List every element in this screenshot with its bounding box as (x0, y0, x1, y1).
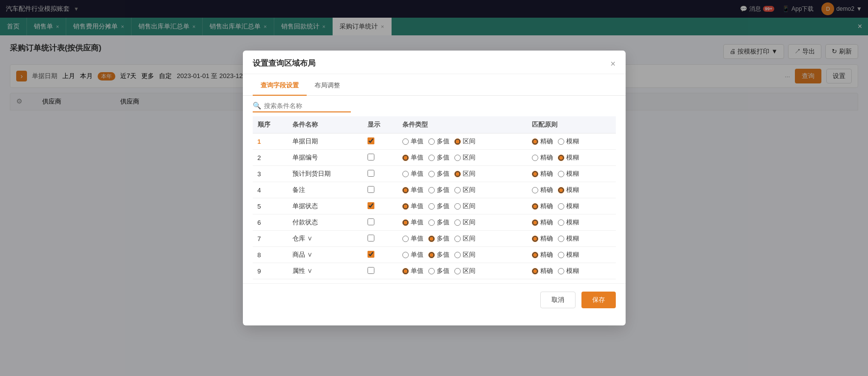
radio-exact[interactable] (532, 171, 538, 177)
display-checkbox[interactable] (368, 218, 374, 225)
radio-fuzzy[interactable] (558, 268, 564, 274)
modal: 设置查询区域布局 × 查询字段设置 布局调整 🔍 顺序 条件名称 显示 (243, 51, 626, 325)
radio-multi[interactable] (428, 236, 435, 242)
radio-multi[interactable] (428, 155, 435, 161)
cell-display (363, 134, 398, 150)
modal-close-button[interactable]: × (610, 59, 616, 68)
search-input[interactable] (264, 102, 342, 109)
radio-multi-label: 多值 (437, 218, 449, 227)
search-input-wrap: 🔍 (253, 102, 351, 112)
radio-single[interactable] (402, 268, 409, 274)
radio-range[interactable] (454, 155, 461, 161)
radio-fuzzy[interactable] (558, 219, 564, 226)
table-row: 2单据编号 单值 多值 区间 精确 (253, 150, 616, 166)
radio-range[interactable] (454, 252, 461, 258)
radio-multi[interactable] (428, 268, 435, 274)
cell-type: 单值 多值 区间 (397, 198, 526, 215)
display-checkbox[interactable] (368, 154, 374, 161)
radio-multi-label: 多值 (437, 234, 449, 243)
radio-single[interactable] (402, 138, 409, 145)
radio-single[interactable] (402, 219, 409, 226)
radio-exact[interactable] (532, 219, 538, 226)
radio-exact[interactable] (532, 252, 538, 258)
radio-single-label: 单值 (411, 186, 423, 194)
radio-fuzzy[interactable] (558, 236, 564, 242)
radio-range[interactable] (454, 138, 461, 145)
radio-single[interactable] (402, 236, 409, 242)
modal-table-wrap: 顺序 条件名称 显示 条件类型 匹配原则 1单据日期 单值 (243, 116, 626, 283)
modal-header: 设置查询区域布局 × (243, 51, 626, 74)
cell-name: 仓库 ∨ (288, 231, 363, 247)
radio-multi[interactable] (428, 203, 435, 210)
display-checkbox[interactable] (368, 267, 374, 274)
cell-seq: 1 (253, 134, 288, 150)
table-row: 6付款状态 单值 多值 区间 精确 (253, 215, 616, 231)
cell-type: 单值 多值 区间 (397, 247, 526, 263)
radio-multi-label: 多值 (437, 267, 449, 275)
radio-single[interactable] (402, 187, 409, 193)
radio-multi[interactable] (428, 252, 435, 258)
modal-tabs: 查询字段设置 布局调整 (243, 76, 626, 96)
radio-fuzzy[interactable] (558, 171, 564, 177)
radio-single[interactable] (402, 155, 409, 161)
radio-single[interactable] (402, 252, 409, 258)
radio-exact[interactable] (532, 203, 538, 210)
radio-fuzzy[interactable] (558, 155, 564, 161)
cell-type: 单值 多值 区间 (397, 263, 526, 279)
radio-single[interactable] (402, 171, 409, 177)
display-checkbox[interactable] (368, 170, 374, 177)
radio-range-label: 区间 (463, 137, 475, 146)
save-button[interactable]: 保存 (581, 292, 616, 308)
display-checkbox[interactable] (368, 251, 374, 258)
modal-overlay: 设置查询区域布局 × 查询字段设置 布局调整 🔍 顺序 条件名称 显示 (0, 0, 868, 376)
modal-tab-query-fields[interactable]: 查询字段设置 (253, 76, 307, 96)
cell-display (363, 150, 398, 166)
radio-range[interactable] (454, 203, 461, 210)
radio-exact[interactable] (532, 155, 538, 161)
radio-fuzzy-label: 模糊 (566, 169, 579, 178)
display-checkbox[interactable] (368, 186, 374, 193)
radio-fuzzy[interactable] (558, 187, 564, 193)
cell-type: 单值 多值 区间 (397, 215, 526, 231)
radio-range[interactable] (454, 219, 461, 226)
radio-range[interactable] (454, 171, 461, 177)
cancel-button[interactable]: 取消 (540, 292, 576, 308)
cell-match: 精确 模糊 (527, 134, 616, 150)
cell-type: 单值 多值 区间 (397, 134, 526, 150)
radio-multi[interactable] (428, 187, 435, 193)
col-header-match: 匹配原则 (527, 116, 616, 134)
radio-fuzzy-label: 模糊 (566, 186, 579, 194)
cell-match: 精确 模糊 (527, 279, 616, 284)
radio-exact[interactable] (532, 268, 538, 274)
radio-single[interactable] (402, 203, 409, 210)
cell-name: 属性 ∨ (288, 263, 363, 279)
radio-range[interactable] (454, 268, 461, 274)
table-row: 4备注 单值 多值 区间 精确 (253, 182, 616, 198)
display-checkbox[interactable] (368, 235, 374, 242)
radio-fuzzy[interactable] (558, 138, 564, 145)
radio-exact[interactable] (532, 187, 538, 193)
radio-fuzzy-label: 模糊 (566, 137, 579, 146)
radio-exact[interactable] (532, 236, 538, 242)
cell-match: 精确 模糊 (527, 198, 616, 215)
table-row: 8商品 ∨ 单值 多值 区间 精确 (253, 247, 616, 263)
table-row: 1单据日期 单值 多值 区间 精确 (253, 134, 616, 150)
radio-multi[interactable] (428, 171, 435, 177)
radio-fuzzy-label: 模糊 (566, 250, 579, 259)
cell-match: 精确 模糊 (527, 182, 616, 198)
modal-footer: 取消 保存 (243, 283, 626, 316)
radio-fuzzy[interactable] (558, 203, 564, 210)
display-checkbox[interactable] (368, 137, 374, 144)
radio-range[interactable] (454, 236, 461, 242)
cell-display (363, 263, 398, 279)
display-checkbox[interactable] (368, 202, 374, 209)
col-header-type: 条件类型 (397, 116, 526, 134)
radio-range[interactable] (454, 187, 461, 193)
cell-name: 预计到货日期 (288, 166, 363, 182)
radio-exact[interactable] (532, 138, 538, 145)
radio-exact-label: 精确 (540, 202, 553, 211)
modal-tab-layout[interactable]: 布局调整 (307, 76, 348, 96)
radio-fuzzy[interactable] (558, 252, 564, 258)
radio-multi[interactable] (428, 219, 435, 226)
radio-multi[interactable] (428, 138, 435, 145)
